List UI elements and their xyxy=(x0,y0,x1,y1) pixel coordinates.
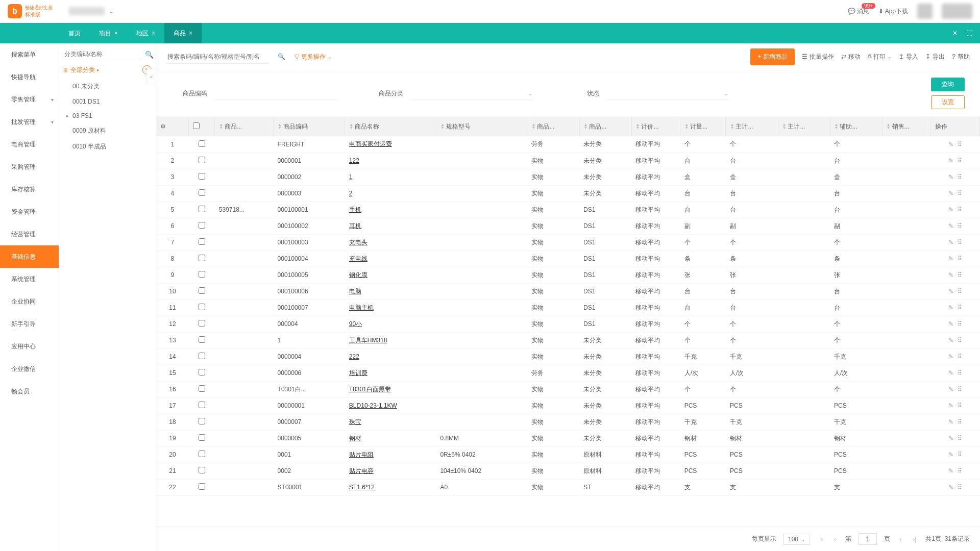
row-name-link[interactable]: 充电线 xyxy=(345,251,436,267)
more-icon[interactable]: ⠿ xyxy=(958,222,962,230)
column-header[interactable]: ▲▼商品... xyxy=(527,117,579,136)
more-icon[interactable]: ⠿ xyxy=(958,353,962,360)
more-icon[interactable]: ⠿ xyxy=(958,157,962,164)
row-checkbox[interactable] xyxy=(199,483,205,490)
more-icon[interactable]: ⠿ xyxy=(958,239,962,246)
edit-icon[interactable]: ✎ xyxy=(948,206,953,213)
edit-icon[interactable]: ✎ xyxy=(948,271,953,279)
column-header[interactable]: 操作 xyxy=(931,117,980,136)
search-icon[interactable]: 🔍 xyxy=(278,53,285,60)
category-item[interactable]: 03 FS1 xyxy=(63,109,152,123)
row-checkbox[interactable] xyxy=(199,140,205,147)
row-checkbox[interactable] xyxy=(199,336,205,343)
messages-link[interactable]: 💬 消息 99+ xyxy=(848,7,869,16)
column-header[interactable]: ▲▼商品... xyxy=(215,117,274,136)
help-link[interactable]: ?帮助 xyxy=(952,53,970,61)
row-checkbox[interactable] xyxy=(199,287,205,294)
row-name-link[interactable]: 珠宝 xyxy=(345,414,436,430)
column-header[interactable]: ▲▼销售... xyxy=(882,117,931,136)
avatar[interactable] xyxy=(917,4,933,19)
close-icon[interactable]: × xyxy=(114,30,118,37)
edit-icon[interactable]: ✎ xyxy=(948,222,953,230)
edit-icon[interactable]: ✎ xyxy=(948,402,953,409)
row-name-link[interactable]: 钢化膜 xyxy=(345,267,436,283)
edit-icon[interactable]: ✎ xyxy=(948,484,953,491)
column-header[interactable]: ▲▼计价... xyxy=(631,117,680,136)
edit-icon[interactable]: ✎ xyxy=(948,369,953,377)
more-icon[interactable]: ⠿ xyxy=(958,190,962,197)
category-search-input[interactable] xyxy=(63,48,142,60)
table-wrap[interactable]: ⚙▲▼商品...▲▼商品编码▲▼商品名称▲▼规格型号▲▼商品...▲▼商品...… xyxy=(156,117,980,527)
next-page-icon[interactable]: › xyxy=(897,536,903,543)
sidebar-item-资金管理[interactable]: 资金管理 xyxy=(0,201,59,223)
row-checkbox[interactable] xyxy=(199,467,205,473)
row-name-link[interactable]: 工具车HM318 xyxy=(345,332,436,348)
select-all-checkbox[interactable] xyxy=(193,122,200,129)
settings-button[interactable]: 设置 xyxy=(931,95,965,109)
column-header[interactable] xyxy=(189,117,215,136)
gear-icon[interactable]: ⚙ xyxy=(160,123,166,130)
edit-icon[interactable]: ✎ xyxy=(948,418,953,425)
edit-icon[interactable]: ✎ xyxy=(948,435,953,442)
more-icon[interactable]: ⠿ xyxy=(958,386,962,393)
row-checkbox[interactable] xyxy=(199,402,205,408)
sidebar-item-库存核算[interactable]: 库存核算 xyxy=(0,178,59,201)
row-name-link[interactable]: 90小 xyxy=(345,316,436,332)
column-header[interactable]: ▲▼主计... xyxy=(778,117,830,136)
edit-icon[interactable]: ✎ xyxy=(948,288,953,295)
more-icon[interactable]: ⠿ xyxy=(958,402,962,409)
more-icon[interactable]: ⠿ xyxy=(958,467,962,474)
sidebar-item-批发管理[interactable]: 批发管理▾ xyxy=(0,111,59,133)
row-name-link[interactable]: 2 xyxy=(345,185,436,202)
sidebar-item-搜索菜单[interactable]: 搜索菜单 xyxy=(0,43,59,66)
per-page-select[interactable]: 100⌄ xyxy=(783,534,810,545)
edit-icon[interactable]: ✎ xyxy=(948,467,953,474)
more-icon[interactable]: ⠿ xyxy=(958,173,962,181)
edit-icon[interactable]: ✎ xyxy=(948,141,953,148)
close-all-icon[interactable]: ✕ xyxy=(949,28,961,39)
tab-首页[interactable]: 首页 xyxy=(59,23,90,43)
page-input[interactable] xyxy=(859,533,877,545)
row-name-link[interactable]: ST1.6*12 xyxy=(345,479,436,495)
row-checkbox[interactable] xyxy=(199,418,205,424)
row-name-link[interactable]: 电脑 xyxy=(345,283,436,299)
row-name-link[interactable]: 充电头 xyxy=(345,234,436,251)
more-filter-link[interactable]: ▽ 更多操作 ⌄ xyxy=(295,53,332,61)
more-icon[interactable]: ⠿ xyxy=(958,288,962,295)
more-icon[interactable]: ⠿ xyxy=(958,435,962,442)
edit-icon[interactable]: ✎ xyxy=(948,173,953,181)
sidebar-item-经营管理[interactable]: 经营管理 xyxy=(0,223,59,245)
product-search-input[interactable] xyxy=(166,50,268,64)
filter-category-select[interactable]: ⌄ xyxy=(410,87,533,99)
row-checkbox[interactable] xyxy=(199,189,205,196)
column-header[interactable]: ▲▼商品编码 xyxy=(274,117,345,136)
row-checkbox[interactable] xyxy=(199,304,205,310)
collapse-panel-icon[interactable]: « xyxy=(146,69,156,84)
row-checkbox[interactable] xyxy=(199,320,205,327)
sidebar-item-企业协同[interactable]: 企业协同 xyxy=(0,290,59,313)
row-checkbox[interactable] xyxy=(199,255,205,261)
row-name-link[interactable]: 222 xyxy=(345,348,436,365)
edit-icon[interactable]: ✎ xyxy=(948,239,953,246)
row-name-link[interactable]: 122 xyxy=(345,153,436,169)
row-checkbox[interactable] xyxy=(199,450,205,457)
sidebar-item-采购管理[interactable]: 采购管理 xyxy=(0,156,59,178)
add-product-button[interactable]: +新增商品 xyxy=(750,48,795,65)
row-checkbox[interactable] xyxy=(199,157,205,163)
row-name-link[interactable]: BLD10-23-1.1KW xyxy=(345,397,436,414)
edit-icon[interactable]: ✎ xyxy=(948,157,953,164)
row-name-link[interactable]: 耳机 xyxy=(345,218,436,234)
search-icon[interactable]: 🔍 xyxy=(145,51,154,59)
row-name-link[interactable]: 手机 xyxy=(345,202,436,218)
sidebar-item-企业微信[interactable]: 企业微信 xyxy=(0,358,59,380)
edit-icon[interactable]: ✎ xyxy=(948,190,953,197)
sidebar-item-基础信息[interactable]: 基础信息 xyxy=(0,245,59,268)
category-item[interactable]: 00 未分类 xyxy=(63,79,152,94)
more-icon[interactable]: ⠿ xyxy=(958,484,962,491)
category-item[interactable]: 0010 半成品 xyxy=(63,139,152,155)
row-name-link[interactable]: 1 xyxy=(345,169,436,185)
move-link[interactable]: ⇄移动 xyxy=(841,53,861,61)
row-name-link[interactable]: 贴片电阻 xyxy=(345,446,436,463)
row-name-link[interactable]: 贴片电容 xyxy=(345,463,436,479)
category-item[interactable]: 0009 原材料 xyxy=(63,123,152,139)
